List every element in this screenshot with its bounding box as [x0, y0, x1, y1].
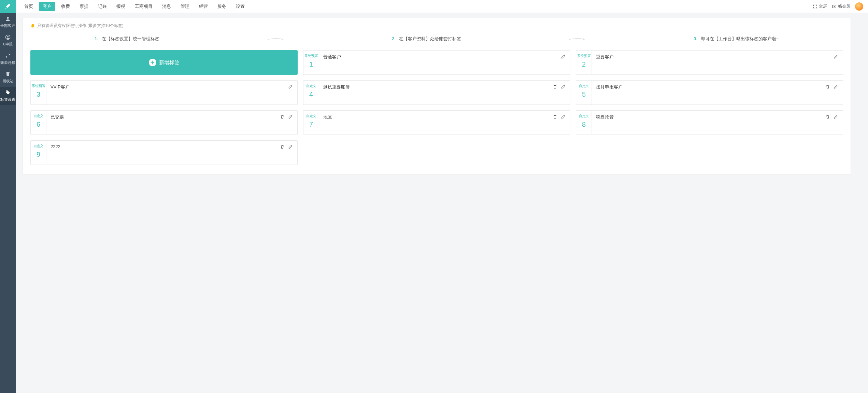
tag-badge: 自定义6 — [31, 111, 46, 135]
topnav-item-3[interactable]: 票据 — [76, 2, 92, 11]
tag-badge: 自定义4 — [303, 81, 319, 104]
top-nav: 首页客户收费票据记账报税工商项目消息管理经营服务设置 全屏 畅会员 — [16, 0, 868, 13]
add-tag-button[interactable]: 新增标签 — [30, 50, 298, 75]
bell-icon — [30, 24, 35, 28]
edit-tag-button[interactable] — [288, 114, 293, 120]
edit-tag-button[interactable] — [560, 54, 566, 59]
step-1: 1. 在【标签设置】统一管理标签 — [95, 36, 159, 42]
edit-icon — [561, 114, 566, 119]
tag-body: VVIP客户 — [46, 81, 297, 104]
edit-icon — [288, 114, 293, 119]
tag-name: 测试重要账簿 — [323, 84, 350, 90]
sidebar-item-zero-declare[interactable]: 0申报 — [0, 31, 16, 50]
tag-name: 地区 — [323, 114, 332, 120]
delete-tag-button[interactable] — [825, 84, 830, 89]
left-sidebar: 全部客户0申报账套迁移回收站标签设置 — [0, 0, 16, 393]
fullscreen-button[interactable]: 全屏 — [813, 3, 827, 9]
topnav-item-2[interactable]: 收费 — [57, 2, 74, 11]
tag-name: 2222 — [51, 144, 60, 149]
delete-tag-button[interactable] — [280, 114, 285, 120]
tag-number: 4 — [309, 90, 313, 98]
fullscreen-label: 全屏 — [819, 3, 827, 9]
tag-type-label: 自定义 — [306, 114, 316, 118]
step-2-num: 2. — [392, 36, 396, 41]
topnav-item-1[interactable]: 客户 — [39, 2, 55, 11]
topnav-item-5[interactable]: 报税 — [113, 2, 129, 11]
delete-icon — [280, 144, 285, 149]
topnav-item-10[interactable]: 服务 — [214, 2, 230, 11]
edit-tag-button[interactable] — [288, 84, 293, 89]
topnav-item-8[interactable]: 管理 — [177, 2, 193, 11]
tag-card-3: 系统预置3VVIP客户 — [30, 80, 298, 105]
tag-card-5: 自定义5按月申报客户 — [576, 80, 843, 105]
tag-badge: 自定义7 — [303, 111, 319, 135]
tag-type-label: 自定义 — [306, 84, 316, 88]
sidebar-item-tag-settings[interactable]: 标签设置 — [0, 87, 16, 105]
users-icon — [5, 16, 11, 22]
sidebar-item-label: 账套迁移 — [0, 60, 15, 65]
avatar[interactable] — [855, 2, 863, 11]
step-guide: 1. 在【标签设置】统一管理标签 2. 在【客户资料】处给账套打标签 3. 即可… — [30, 33, 843, 44]
tag-card-2: 系统预置2重要客户 — [576, 50, 843, 75]
tag-body: 税盘托管 — [592, 111, 843, 135]
tag-number: 1 — [309, 60, 313, 68]
tag-card-7: 自定义7地区 — [303, 110, 570, 135]
step-3: 3. 即可在【工作台】晒出该标签的客户啦~ — [694, 36, 779, 42]
edit-icon — [561, 84, 566, 89]
sidebar-item-all-customers[interactable]: 全部客户 — [0, 13, 16, 31]
delete-icon — [825, 114, 830, 119]
tag-badge: 自定义8 — [576, 111, 592, 135]
tag-type-label: 自定义 — [579, 114, 589, 118]
delete-tag-button[interactable] — [552, 84, 558, 89]
tag-type-label: 自定义 — [33, 144, 44, 149]
edit-tag-button[interactable] — [288, 144, 293, 150]
tag-settings-panel: 只有管理员有权限进行操作 (最多支持10个标签) 1. 在【标签设置】统一管理标… — [23, 18, 851, 175]
topnav-item-4[interactable]: 记账 — [94, 2, 111, 11]
tag-body: 按月申报客户 — [592, 81, 843, 104]
add-tag-label: 新增标签 — [159, 59, 180, 66]
topnav-item-11[interactable]: 设置 — [232, 2, 248, 11]
step-2-text: 在【客户资料】处给账套打标签 — [399, 36, 461, 42]
tag-card-6: 自定义6已交票 — [30, 110, 298, 135]
edit-icon — [288, 144, 293, 149]
topnav-item-0[interactable]: 首页 — [20, 2, 37, 11]
edit-icon — [561, 54, 566, 59]
tag-name: 重要客户 — [596, 54, 614, 60]
edit-icon — [834, 114, 838, 119]
delete-tag-button[interactable] — [280, 144, 285, 150]
feather-icon — [4, 3, 11, 10]
edit-tag-button[interactable] — [833, 54, 839, 59]
plus-icon — [149, 59, 156, 66]
tag-badge: 系统预置2 — [576, 51, 592, 74]
tag-card-4: 自定义4测试重要账簿 — [303, 80, 570, 105]
sidebar-item-recycle-bin[interactable]: 回收站 — [0, 68, 16, 87]
tag-badge: 自定义5 — [576, 81, 592, 104]
tag-number: 6 — [37, 121, 40, 128]
edit-tag-button[interactable] — [833, 114, 839, 120]
edit-icon — [834, 84, 838, 89]
edit-tag-button[interactable] — [560, 114, 566, 120]
tag-type-label: 系统预置 — [304, 54, 318, 58]
member-button[interactable]: 畅会员 — [832, 3, 850, 9]
delete-tag-button[interactable] — [552, 114, 558, 120]
step-arrow-icon — [569, 35, 586, 43]
edit-icon — [288, 84, 293, 89]
tag-name: 普通客户 — [323, 54, 341, 60]
tag-body: 地区 — [319, 111, 570, 135]
tag-type-label: 自定义 — [579, 84, 589, 88]
trash-icon — [5, 71, 11, 77]
delete-tag-button[interactable] — [825, 114, 830, 120]
delete-icon — [825, 84, 830, 89]
topnav-item-6[interactable]: 工商项目 — [131, 2, 156, 11]
tag-number: 2 — [582, 60, 586, 68]
topnav-item-7[interactable]: 消息 — [158, 2, 175, 11]
sidebar-item-account-migrate[interactable]: 账套迁移 — [0, 50, 16, 68]
topnav-item-9[interactable]: 经营 — [195, 2, 212, 11]
tag-body: 重要客户 — [592, 51, 843, 74]
step-1-text: 在【标签设置】统一管理标签 — [102, 36, 159, 42]
delete-icon — [280, 114, 285, 119]
edit-tag-button[interactable] — [833, 84, 839, 89]
sidebar-item-label: 标签设置 — [0, 97, 15, 102]
edit-tag-button[interactable] — [560, 84, 566, 89]
step-1-num: 1. — [95, 36, 98, 41]
